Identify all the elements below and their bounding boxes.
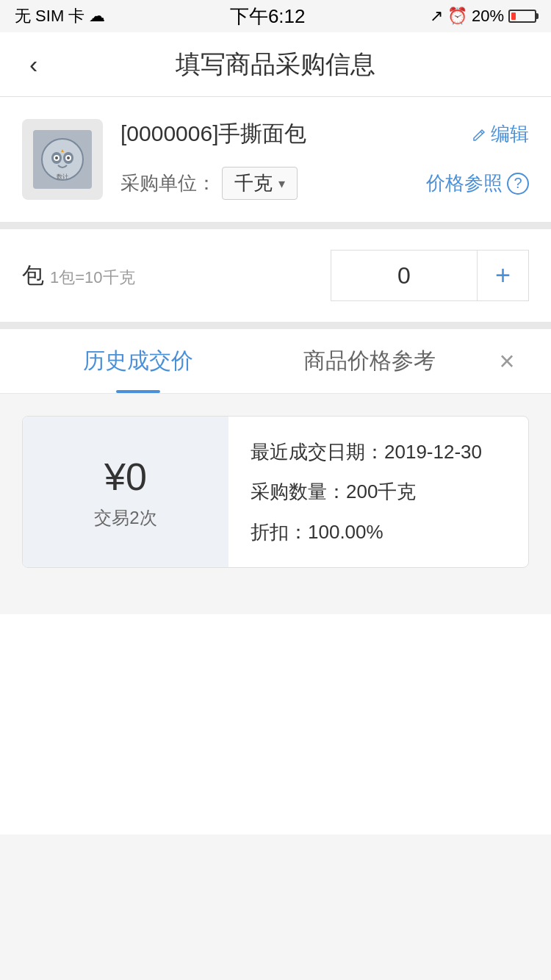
quantity-detail-label: 采购数量： [251,480,346,502]
history-date-row: 最近成交日期：2019-12-30 [251,439,506,465]
status-time: 下午6:12 [230,4,306,29]
discount-value: 100.00% [308,521,383,543]
recent-date-value: 2019-12-30 [384,441,482,463]
tab-price-ref-label: 商品价格参考 [303,346,436,376]
unit-label: 采购单位： [120,170,216,196]
section-divider-1 [0,222,551,229]
bottom-space [0,614,551,835]
history-quantity-row: 采购数量：200千克 [251,478,506,505]
history-discount-row: 折扣：100.00% [251,519,506,545]
quantity-plus-button[interactable]: + [478,250,529,301]
nav-bar: ‹ 填写商品采购信息 [0,32,551,97]
sim-label: 无 SIM 卡 ☁ [15,5,105,27]
location-icon: ↗ [430,7,443,26]
status-right: ↗ ⏰ 20% [430,7,536,26]
battery-indicator [508,10,536,23]
quantity-input[interactable] [331,250,478,301]
product-thumbnail: 数计 [33,130,92,189]
back-button[interactable]: ‹ [22,43,45,86]
price-ref-button[interactable]: 价格参照 ? [426,170,529,196]
product-card: 数计 [0000006]手撕面包 编辑 采购单位： 千克 ▾ [0,97,551,222]
history-price: ¥0 [104,455,147,499]
panel-divider [0,322,551,329]
product-details: [0000006]手撕面包 编辑 采购单位： 千克 ▾ 价格参照 ? [120,119,529,200]
svg-point-6 [67,156,70,159]
chevron-down-icon: ▾ [278,176,285,192]
tab-history-label: 历史成交价 [83,346,193,376]
edit-label: 编辑 [491,121,529,147]
quantity-input-group: + [331,250,529,301]
product-name: [0000006]手撕面包 [120,119,306,149]
svg-text:数计: 数计 [57,173,68,180]
help-icon: ? [507,173,529,195]
quantity-row: 包 1包=10千克 + [0,229,551,322]
discount-label: 折扣： [251,521,308,543]
status-bar: 无 SIM 卡 ☁ 下午6:12 ↗ ⏰ 20% [0,0,551,32]
recent-date-label: 最近成交日期： [251,441,384,463]
svg-point-5 [55,156,58,159]
history-details-section: 最近成交日期：2019-12-30 采购数量：200千克 折扣：100.00% [228,417,528,567]
tab-history[interactable]: 历史成交价 [22,329,253,393]
quantity-conversion: 1包=10千克 [50,267,135,289]
page-title: 填写商品采购信息 [176,48,375,82]
history-trades: 交易2次 [94,506,156,530]
panel-content: ¥0 交易2次 最近成交日期：2019-12-30 采购数量：200千克 折扣：… [0,394,551,614]
product-name-row: [0000006]手撕面包 编辑 [120,119,529,149]
product-image: 数计 [22,119,103,200]
price-ref-label: 价格参照 [426,170,503,196]
unit-value: 千克 [234,170,273,196]
product-unit-row: 采购单位： 千克 ▾ 价格参照 ? [120,167,529,200]
unit-section: 采购单位： 千克 ▾ [120,167,298,200]
tab-price-ref[interactable]: 商品价格参考 [253,329,485,393]
edit-button[interactable]: 编辑 [472,121,529,147]
status-left: 无 SIM 卡 ☁ [15,5,105,27]
history-price-section: ¥0 交易2次 [23,417,228,567]
quantity-detail-value: 200千克 [346,480,416,502]
unit-selector[interactable]: 千克 ▾ [222,167,298,200]
panel-close-button[interactable]: × [485,339,529,383]
tab-history-underline [116,390,160,393]
quantity-label: 包 1包=10千克 [22,261,135,291]
battery-percentage: 20% [472,7,504,26]
quantity-unit: 包 [22,261,44,291]
history-card: ¥0 交易2次 最近成交日期：2019-12-30 采购数量：200千克 折扣：… [22,416,529,568]
alarm-icon: ⏰ [447,7,467,26]
tab-bar: 历史成交价 商品价格参考 × [0,329,551,394]
